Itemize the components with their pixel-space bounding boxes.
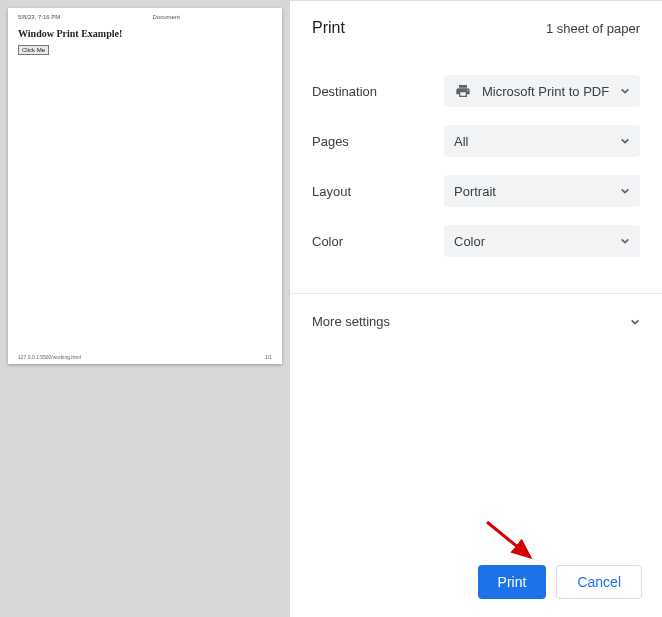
more-settings-label: More settings xyxy=(312,314,390,329)
pages-select[interactable]: All xyxy=(444,125,640,157)
row-pages: Pages All xyxy=(312,125,640,157)
settings-pane: Print 1 sheet of paper Destination Micro… xyxy=(290,0,662,617)
layout-value: Portrait xyxy=(454,184,496,199)
page-doc-name: Document xyxy=(153,14,180,20)
destination-select[interactable]: Microsoft Print to PDF xyxy=(444,75,640,107)
pages-value: All xyxy=(454,134,468,149)
print-button[interactable]: Print xyxy=(478,565,547,599)
chevron-down-icon xyxy=(620,136,630,146)
color-value: Color xyxy=(454,234,485,249)
destination-value: Microsoft Print to PDF xyxy=(482,84,609,99)
chevron-down-icon xyxy=(620,186,630,196)
spacer xyxy=(290,349,662,565)
label-color: Color xyxy=(312,234,444,249)
label-pages: Pages xyxy=(312,134,444,149)
chevron-down-icon xyxy=(630,317,640,327)
page-preview: 5/8/23, 7:16 PM Document Window Print Ex… xyxy=(8,8,282,364)
page-timestamp: 5/8/23, 7:16 PM xyxy=(18,14,60,20)
sheet-count: 1 sheet of paper xyxy=(546,21,640,36)
page-content-title: Window Print Example! xyxy=(18,28,272,39)
cancel-button[interactable]: Cancel xyxy=(556,565,642,599)
page-header: 5/8/23, 7:16 PM Document xyxy=(18,14,272,20)
page-footer-url: 127.0.0.1:5500/working.html xyxy=(18,354,81,360)
dialog-title: Print xyxy=(312,19,345,37)
layout-select[interactable]: Portrait xyxy=(444,175,640,207)
row-layout: Layout Portrait xyxy=(312,175,640,207)
action-bar: Print Cancel xyxy=(290,565,662,617)
page-footer: 127.0.0.1:5500/working.html 1/1 xyxy=(18,354,272,360)
label-destination: Destination xyxy=(312,84,444,99)
row-destination: Destination Microsoft Print to PDF xyxy=(312,75,640,107)
label-layout: Layout xyxy=(312,184,444,199)
printer-icon xyxy=(454,83,472,99)
page-footer-pagenum: 1/1 xyxy=(265,354,272,360)
page-content-button: Click Me xyxy=(18,45,49,55)
color-select[interactable]: Color xyxy=(444,225,640,257)
chevron-down-icon xyxy=(620,86,630,96)
preview-pane: 5/8/23, 7:16 PM Document Window Print Ex… xyxy=(0,0,290,617)
chevron-down-icon xyxy=(620,236,630,246)
options-section: Destination Microsoft Print to PDF Pages… xyxy=(290,53,662,294)
row-color: Color Color xyxy=(312,225,640,257)
more-settings-toggle[interactable]: More settings xyxy=(290,294,662,349)
dialog-header: Print 1 sheet of paper xyxy=(290,1,662,53)
